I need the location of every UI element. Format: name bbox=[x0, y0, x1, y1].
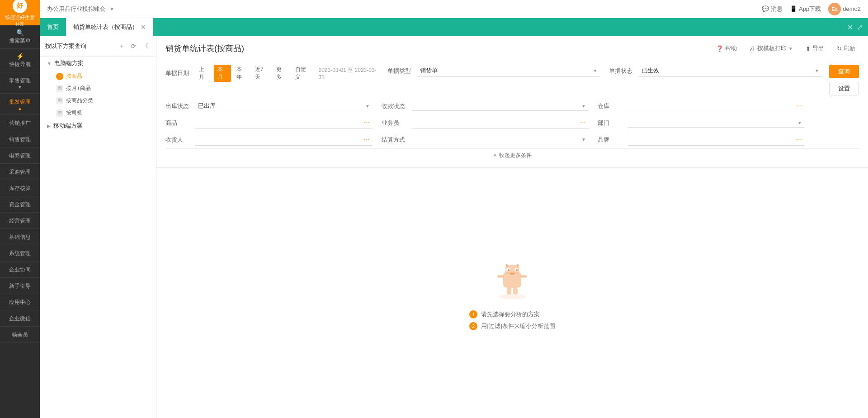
tree-mobile-label: 移动端方案 bbox=[53, 122, 83, 130]
settlement-select[interactable]: ▼ bbox=[411, 135, 589, 144]
refresh-label: 刷新 bbox=[844, 44, 855, 52]
tab-home[interactable]: 首页 bbox=[40, 18, 66, 36]
by-category-label: 按商品分类 bbox=[66, 97, 93, 104]
doc-status-chevron: ▼ bbox=[815, 68, 819, 73]
window-close-icon[interactable]: ✕ bbox=[847, 23, 853, 32]
sidebar-item-appstore[interactable]: 应用中心 bbox=[0, 294, 40, 310]
message-label: 消息 bbox=[771, 5, 783, 13]
app-download-btn[interactable]: 📱 App下载 bbox=[790, 5, 821, 13]
reset-button[interactable]: 设置 bbox=[829, 82, 859, 95]
tree-expand-icon: ▼ bbox=[47, 61, 52, 66]
scheme-query-label: 按以下方案查询 bbox=[45, 42, 86, 50]
empty-state: 1 请先选择要分析的方案 2 用[过滤]条件来缩小分析范围 bbox=[156, 168, 868, 418]
print-btn[interactable]: 🖨 按模板打印 ▼ bbox=[746, 43, 797, 54]
collapse-bar[interactable]: ∧ 收起更多条件 bbox=[165, 148, 859, 162]
doc-type-chevron: ▼ bbox=[593, 68, 597, 73]
sidebar-item-wechat[interactable]: 企业微信 bbox=[0, 310, 40, 327]
doc-status-label: 单据状态 bbox=[609, 67, 636, 75]
brand-dots: ··· bbox=[796, 135, 802, 143]
sidebar-item-enterprise[interactable]: 企业协同 bbox=[0, 261, 40, 278]
tabbar: 首页 销货单统计表（按商品） ✕ ✕ ⤢ bbox=[40, 18, 868, 36]
warehouse-select[interactable]: ··· bbox=[627, 100, 805, 112]
sidebar-item-wholesale[interactable]: 批发管理 ▲ bbox=[0, 94, 40, 115]
sidebar-item-system[interactable]: 系统管理 bbox=[0, 245, 40, 261]
salesman-label: 业务员 bbox=[382, 119, 409, 127]
tree-item-mobile[interactable]: ▶ 移动端方案 bbox=[40, 119, 156, 133]
tab-close-icon[interactable]: ✕ bbox=[141, 24, 146, 31]
refresh-scheme-btn[interactable]: ⟳ bbox=[128, 41, 139, 52]
sidebar-newbie-label: 新手引导 bbox=[0, 282, 40, 290]
sidebar-item-retail[interactable]: 零售管理 ▼ bbox=[0, 72, 40, 94]
product-select[interactable]: ··· bbox=[195, 117, 373, 129]
app-logo[interactable]: 好 畅捷通好生意 标账 bbox=[0, 0, 40, 25]
date-tab-more[interactable]: 更多 bbox=[273, 65, 289, 82]
brand-label: 品牌 bbox=[598, 136, 625, 144]
sidebar-item-ops[interactable]: 经营管理 bbox=[0, 213, 40, 229]
window-maximize-icon[interactable]: ⤢ bbox=[857, 23, 863, 32]
sidebar-item-inventory[interactable]: 库存核算 bbox=[0, 180, 40, 196]
scheme-tree: ▼ 电脑端方案 ○ 按商品 图 按月+商品 图 按商品分类 bbox=[40, 57, 156, 133]
out-status-select[interactable]: 已出库 ▼ bbox=[195, 100, 373, 112]
sidebar-item-marketing[interactable]: 营销推广 bbox=[0, 115, 40, 131]
tree-item-by-clerk[interactable]: 图 按司机 bbox=[52, 107, 156, 119]
sidebar-item-member[interactable]: 畅会员 bbox=[0, 327, 40, 343]
help-label: 帮助 bbox=[725, 44, 737, 52]
left-panel-header: 按以下方案查询 ＋ ⟳ 《 bbox=[40, 36, 156, 57]
department-chevron: ▼ bbox=[797, 120, 802, 125]
content-area: 按以下方案查询 ＋ ⟳ 《 ▼ 电脑端方案 ○ 按商品 bbox=[40, 36, 868, 418]
brand-select[interactable]: ··· bbox=[627, 133, 805, 146]
sidebar-item-finance[interactable]: 资金管理 bbox=[0, 196, 40, 213]
sidebar-item-newbie[interactable]: 新手引导 bbox=[0, 278, 40, 294]
header-left: 按以下方案查询 bbox=[45, 42, 86, 50]
sidebar-item-purchase[interactable]: 采购管理 bbox=[0, 164, 40, 180]
sidebar-item-basic[interactable]: 基础信息 bbox=[0, 229, 40, 245]
workspace-dropdown-icon[interactable]: ▼ bbox=[109, 6, 114, 12]
sidebar-item-ecom[interactable]: 电商管理 bbox=[0, 147, 40, 164]
collect-status-label: 收款状态 bbox=[382, 102, 409, 110]
empty-steps: 1 请先选择要分析的方案 2 用[过滤]条件来缩小分析范围 bbox=[469, 310, 555, 330]
collect-status-select[interactable]: ▼ bbox=[411, 102, 589, 111]
department-select[interactable]: ▼ bbox=[627, 119, 805, 128]
empty-step-1: 1 请先选择要分析的方案 bbox=[469, 310, 555, 318]
date-tab-custom[interactable]: 自定义 bbox=[292, 65, 313, 82]
sidebar-retail-label: 零售管理 bbox=[0, 77, 40, 85]
sidebar-item-quick[interactable]: ⚡ 快捷导航 bbox=[0, 49, 40, 72]
receiver-select[interactable]: ··· bbox=[195, 133, 373, 146]
message-icon: 💬 bbox=[762, 5, 769, 12]
print-dropdown-icon: ▼ bbox=[788, 46, 793, 51]
doc-type-select[interactable]: 销货单 ▼ bbox=[417, 65, 600, 77]
by-clerk-icon: 图 bbox=[56, 109, 63, 117]
tree-item-by-product[interactable]: ○ 按商品 bbox=[52, 70, 156, 82]
date-tab-this-year[interactable]: 本年 bbox=[233, 65, 250, 82]
svg-point-5 bbox=[508, 269, 509, 271]
collapse-panel-btn[interactable]: 《 bbox=[140, 41, 151, 52]
step-2-text: 用[过滤]条件来缩小分析范围 bbox=[481, 322, 555, 330]
export-btn[interactable]: ⬆ 导出 bbox=[802, 43, 828, 54]
tab-report[interactable]: 销货单统计表（按商品） ✕ bbox=[66, 18, 153, 36]
doc-status-select[interactable]: 已生效 ▼ bbox=[639, 65, 822, 77]
title-row: 销货单统计表(按商品) ❓ 帮助 🖨 按模板打印 ▼ ⬆ bbox=[165, 43, 859, 54]
collect-status-chevron: ▼ bbox=[581, 104, 586, 109]
doc-type-value: 销货单 bbox=[420, 66, 438, 75]
sidebar-item-search[interactable]: 🔍 搜索菜单 bbox=[0, 25, 40, 49]
message-btn[interactable]: 💬 消息 bbox=[762, 5, 783, 13]
help-btn[interactable]: ❓ 帮助 bbox=[712, 43, 741, 54]
sidebar-item-sales[interactable]: 销售管理 bbox=[0, 131, 40, 147]
tree-item-by-month-product[interactable]: 图 按月+商品 bbox=[52, 82, 156, 95]
date-tab-current-month[interactable]: 本月 bbox=[214, 65, 231, 82]
right-content: 销货单统计表(按商品) ❓ 帮助 🖨 按模板打印 ▼ ⬆ bbox=[156, 36, 868, 418]
date-tab-last7[interactable]: 近7天 bbox=[251, 65, 271, 82]
out-status-label: 出库状态 bbox=[165, 102, 193, 110]
topbar-left: 办公用品行业模拟账套 ▼ bbox=[47, 5, 114, 13]
query-button[interactable]: 查询 bbox=[829, 65, 859, 78]
sidebar-enterprise-label: 企业协同 bbox=[0, 266, 40, 274]
refresh-btn[interactable]: ↻ 刷新 bbox=[833, 43, 859, 54]
add-scheme-btn[interactable]: ＋ bbox=[116, 41, 127, 52]
date-label: 单据日期 bbox=[165, 69, 193, 77]
empty-step-2: 2 用[过滤]条件来缩小分析范围 bbox=[469, 322, 555, 330]
user-menu[interactable]: Ea demo2 bbox=[828, 3, 861, 15]
tree-item-desktop[interactable]: ▼ 电脑端方案 bbox=[40, 57, 156, 70]
date-tab-last-month[interactable]: 上月 bbox=[195, 65, 212, 82]
salesman-select[interactable]: ··· bbox=[411, 117, 589, 129]
tree-item-by-category[interactable]: 图 按商品分类 bbox=[52, 95, 156, 107]
